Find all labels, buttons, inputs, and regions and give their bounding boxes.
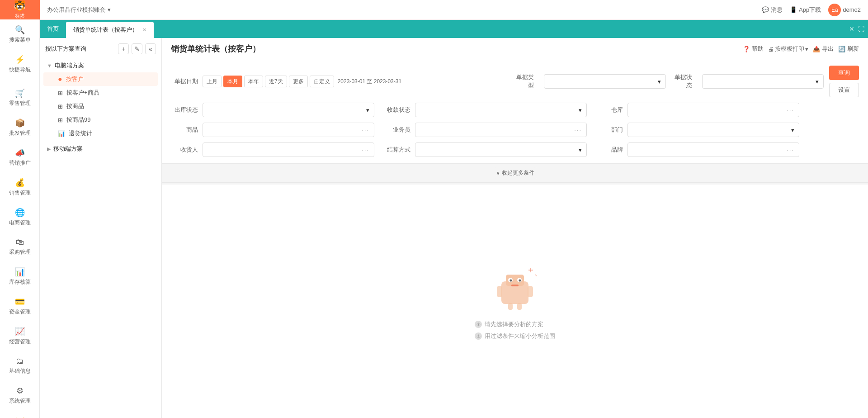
mobile-schemes-group: ▶ 移动端方案 <box>43 142 158 156</box>
scheme-by-product[interactable]: ⊞ 按商品 <box>43 100 158 113</box>
sidebar-item-operations[interactable]: 📈 经营管理 <box>0 321 40 351</box>
mobile-schemes-label: 移动端方案 <box>53 145 83 153</box>
sidebar-item-marketing[interactable]: 📣 营销推广 <box>0 142 40 172</box>
settings-button[interactable]: 设置 <box>829 83 859 97</box>
quick-nav-icon: ⚡ <box>15 55 25 65</box>
tab-close-icon[interactable]: ✕ <box>142 27 146 33</box>
pc-schemes-group: ▼ 电脑端方案 ● 按客户 ⊞ 按客户+商品 ⊞ 按商品 <box>43 59 158 140</box>
print-button[interactable]: 🖨 按模板打印 ▾ <box>768 45 808 53</box>
collapse-icon: « <box>149 45 152 52</box>
pc-schemes-header[interactable]: ▼ 电脑端方案 <box>43 59 158 72</box>
purchase-icon: 🛍 <box>16 238 24 247</box>
sidebar-item-label: 快捷导航 <box>9 66 31 74</box>
sidebar-item-search[interactable]: 🔍 搜索菜单 <box>0 19 40 49</box>
sidebar-item-basics[interactable]: 🗂 基础信息 <box>0 351 40 380</box>
payment-status-selector[interactable]: ▾ <box>415 103 587 117</box>
basics-icon: 🗂 <box>16 356 24 366</box>
ecommerce-icon: 🌐 <box>15 208 25 218</box>
brand-label: 品牌 <box>596 146 627 154</box>
system-icon: ⚙ <box>16 386 24 396</box>
receiver-selector[interactable]: ··· <box>203 142 374 157</box>
scheme-label: 退货统计 <box>69 129 92 138</box>
sidebar-item-label: 搜索菜单 <box>9 36 31 44</box>
left-panel: 按以下方案查询 + ✎ « ▼ <box>40 38 162 418</box>
scheme-return-stat[interactable]: 📊 退货统计 <box>43 127 158 140</box>
collapse-filters-button[interactable]: ∧ 收起更多条件 <box>491 167 540 179</box>
salesperson-selector[interactable]: ··· <box>415 123 587 137</box>
add-scheme-button[interactable]: + <box>118 43 129 54</box>
app-logo[interactable]: 🐯 标搭 <box>0 0 40 19</box>
help-label: 帮助 <box>752 45 764 53</box>
tab-sales-stat-label: 销货单统计表（按客户） <box>73 26 138 34</box>
order-status-dropdown-icon: ▾ <box>816 78 819 85</box>
sidebar-item-purchase[interactable]: 🛍 采购管理 <box>0 232 40 261</box>
scheme-by-customer-product[interactable]: ⊞ 按客户+商品 <box>43 86 158 100</box>
order-status-selector[interactable]: ▾ <box>702 74 824 89</box>
receiver-dots: ··· <box>362 147 369 153</box>
sidebar-item-system[interactable]: ⚙ 系统管理 <box>0 380 40 410</box>
retail-icon: 🛒 <box>15 88 25 98</box>
customer-product-icon: ⊞ <box>58 90 63 96</box>
date-btn-last-month[interactable]: 上月 <box>203 76 222 87</box>
date-btn-more[interactable]: 更多 <box>289 76 308 87</box>
sidebar-item-retail[interactable]: 🛒 零售管理 <box>0 83 40 113</box>
department-selector[interactable]: ▾ <box>627 123 799 137</box>
sidebar-item-enterprise[interactable]: 🤝 企业协同 <box>0 410 40 418</box>
collapse-panel-button[interactable]: « <box>145 43 156 54</box>
tab-sales-stat[interactable]: 销货单统计表（按客户） ✕ <box>66 22 154 38</box>
stock-status-selector[interactable]: ▾ <box>203 103 374 117</box>
sidebar-item-finance[interactable]: 💳 资金管理 <box>0 291 40 321</box>
message-button[interactable]: 💬 消息 <box>762 6 783 14</box>
settlement-label: 结算方式 <box>383 146 415 154</box>
logo-icon: 🐯 <box>14 0 26 12</box>
product-selector[interactable]: ··· <box>203 123 374 137</box>
filter-row-3: 商品 ··· 业务员 ··· 部门 ▾ <box>171 123 859 137</box>
sidebar: 🐯 标搭 🔍 搜索菜单 ⚡ 快捷导航 🛒 零售管理 📦 批发管理 📣 营销推广 … <box>0 0 40 418</box>
print-dropdown-icon: ▾ <box>805 46 808 52</box>
sales-icon: 💰 <box>15 178 25 188</box>
industry-selector[interactable]: 办公用品行业模拟账套 ▾ <box>47 6 111 14</box>
sidebar-item-ecommerce[interactable]: 🌐 电商管理 <box>0 202 40 232</box>
sidebar-item-inventory[interactable]: 📊 库存核算 <box>0 261 40 291</box>
user-label: demo2 <box>843 6 861 13</box>
brand-selector[interactable]: ··· <box>627 142 799 157</box>
stock-dropdown-icon: ▾ <box>366 107 369 114</box>
svg-point-5 <box>519 280 521 282</box>
filter-row-1: 单据日期 上月 本月 本年 近7天 更多 自定义 2023-03-01 至 20… <box>171 66 859 97</box>
query-button[interactable]: 查询 <box>829 66 859 80</box>
arrow-down-icon: ▼ <box>47 63 52 68</box>
sidebar-item-label: 电商管理 <box>9 219 31 227</box>
mobile-schemes-header[interactable]: ▶ 移动端方案 <box>43 142 158 156</box>
maximize-window-icon[interactable]: ⛶ <box>858 25 864 33</box>
svg-rect-6 <box>511 285 519 286</box>
warehouse-label: 仓库 <box>596 106 627 114</box>
settlement-selector[interactable]: ▾ <box>415 142 587 157</box>
date-btn-custom[interactable]: 自定义 <box>310 76 334 87</box>
app-download-button[interactable]: 📱 App下载 <box>790 6 821 14</box>
app-download-icon: 📱 <box>790 6 797 13</box>
topbar-left: 办公用品行业模拟账套 ▾ <box>47 6 111 14</box>
refresh-button[interactable]: 🔄 刷新 <box>838 45 859 53</box>
date-btn-this-year[interactable]: 本年 <box>244 76 263 87</box>
sidebar-item-label: 基础信息 <box>9 367 31 375</box>
warehouse-selector[interactable]: ··· <box>627 103 799 117</box>
scheme-label: 按客户+商品 <box>66 89 99 97</box>
date-btn-this-month[interactable]: 本月 <box>223 76 242 87</box>
search-icon: 🔍 <box>15 25 25 35</box>
user-profile[interactable]: Ea demo2 <box>828 4 861 16</box>
help-button[interactable]: ❓ 帮助 <box>743 45 764 53</box>
sidebar-item-sales[interactable]: 💰 销售管理 <box>0 172 40 202</box>
tab-home[interactable]: 首页 <box>40 20 66 38</box>
arrow-right-icon: ▶ <box>47 146 51 152</box>
finance-icon: 💳 <box>15 297 25 307</box>
edit-scheme-button[interactable]: ✎ <box>132 43 142 54</box>
export-button[interactable]: 📤 导出 <box>813 45 834 53</box>
sidebar-item-wholesale[interactable]: 📦 批发管理 <box>0 113 40 142</box>
sidebar-item-quick-nav[interactable]: ⚡ 快捷导航 <box>0 49 40 79</box>
scheme-by-customer[interactable]: ● 按客户 <box>43 72 158 86</box>
date-btn-last-7-days[interactable]: 近7天 <box>265 76 287 87</box>
scheme-by-product99[interactable]: ⊞ 按商品99 <box>43 113 158 127</box>
close-window-icon[interactable]: ✕ <box>849 25 854 33</box>
receiver-label: 收货人 <box>171 146 203 154</box>
order-type-selector[interactable]: ▾ <box>544 74 666 89</box>
